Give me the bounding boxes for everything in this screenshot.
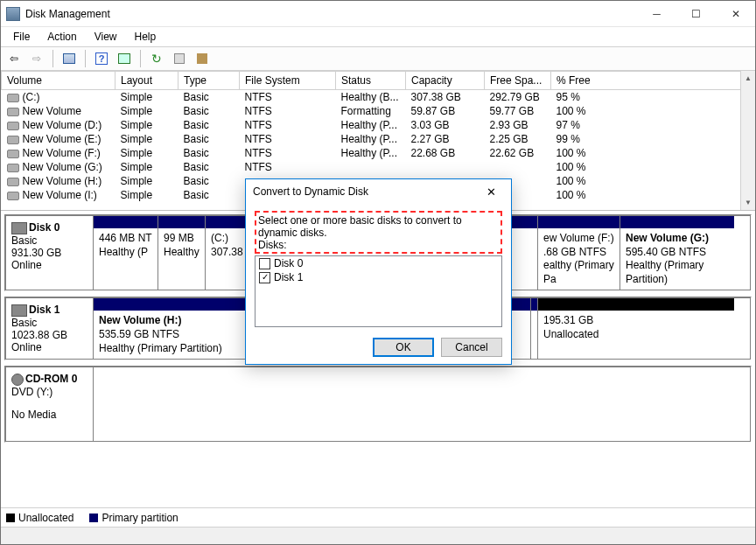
disk-label: Disk 0 <box>29 221 60 234</box>
checkbox[interactable]: ✓ <box>259 272 270 283</box>
close-button[interactable]: ✕ <box>716 1 755 26</box>
disk-check-label: Disk 0 <box>274 257 303 269</box>
volume-row[interactable]: New Volume (G:)SimpleBasicNTFS100 % <box>2 160 755 174</box>
legend: Unallocated Primary partition <box>1 507 755 527</box>
volume-row[interactable]: New Volume (D:)SimpleBasicNTFSHealthy (P… <box>2 118 755 132</box>
volume-icon <box>7 94 19 102</box>
dialog-list-label: Disks: <box>258 239 499 251</box>
volume-row[interactable]: (C:)SimpleBasicNTFSHealthy (B...307.38 G… <box>2 90 755 105</box>
dialog-title: Convert to Dynamic Disk <box>253 185 478 198</box>
disk-icon <box>11 222 27 234</box>
col-free[interactable]: Free Spa... <box>485 72 551 90</box>
volume-icon <box>7 192 19 200</box>
help-icon[interactable]: ? <box>92 49 111 68</box>
partition[interactable]: 99 MBHealthy <box>158 216 206 290</box>
volume-icon <box>7 108 19 116</box>
col-capacity[interactable]: Capacity <box>406 72 485 90</box>
maximize-button[interactable]: ☐ <box>676 1 716 26</box>
volume-icon <box>7 164 19 172</box>
disk-row[interactable]: CD-ROM 0 DVD (Y:) No Media <box>4 366 752 443</box>
volume-icon <box>7 122 19 130</box>
app-icon <box>6 7 20 21</box>
legend-primary-swatch <box>89 514 98 522</box>
disk-info: Disk 0 Basic 931.30 GB Online <box>6 216 94 290</box>
disk-checklist[interactable]: Disk 0✓Disk 1 <box>255 255 502 327</box>
disk-management-window: Disk Management ─ ☐ ✕ File Action View H… <box>0 0 756 545</box>
minimize-button[interactable]: ─ <box>637 1 676 26</box>
volume-row[interactable]: New VolumeSimpleBasicNTFSFormatting59.87… <box>2 104 755 118</box>
col-status[interactable]: Status <box>336 72 406 90</box>
disk-info: CD-ROM 0 DVD (Y:) No Media <box>6 367 94 441</box>
refresh-icon[interactable]: ↻ <box>147 49 166 68</box>
convert-dialog: Convert to Dynamic Disk ✕ Select one or … <box>245 178 512 365</box>
volume-row[interactable]: New Volume (E:)SimpleBasicNTFSHealthy (P… <box>2 132 755 146</box>
menubar: File Action View Help <box>1 27 755 46</box>
dialog-instruction: Select one or more basic disks to conver… <box>258 214 499 239</box>
partition[interactable]: 446 MB NTHealthy (P <box>94 216 158 290</box>
partition[interactable]: ew Volume (F:).68 GB NTFSealthy (Primary… <box>538 216 620 290</box>
tool-panel-icon[interactable] <box>115 49 134 68</box>
volume-icon <box>7 178 19 186</box>
partition[interactable]: New Volume (G:)595.40 GB NTFSHealthy (Pr… <box>620 216 734 290</box>
col-fs[interactable]: File System <box>240 72 336 90</box>
partition[interactable]: 195.31 GBUnallocated <box>538 298 734 359</box>
back-button[interactable]: ⇦ <box>4 49 24 68</box>
menu-action[interactable]: Action <box>40 29 83 45</box>
col-layout[interactable]: Layout <box>116 72 178 90</box>
menu-view[interactable]: View <box>88 29 124 45</box>
disk-check-item[interactable]: ✓Disk 1 <box>256 270 501 284</box>
checkbox[interactable] <box>259 258 270 269</box>
titlebar: Disk Management ─ ☐ ✕ <box>1 1 755 27</box>
partition[interactable] <box>531 298 538 359</box>
col-type[interactable]: Type <box>178 72 240 90</box>
scroll-down-icon[interactable]: ▼ <box>741 195 755 210</box>
scroll-up-icon[interactable]: ▲ <box>741 71 755 86</box>
menu-help[interactable]: Help <box>128 29 164 45</box>
col-volume[interactable]: Volume <box>2 72 116 90</box>
tool-view-icon[interactable] <box>60 49 79 68</box>
dialog-instruction-highlight: Select one or more basic disks to conver… <box>255 211 502 254</box>
disk-icon <box>11 304 27 317</box>
settings-icon[interactable] <box>192 49 212 68</box>
disk-label: Disk 1 <box>29 304 60 316</box>
volume-icon <box>7 136 19 144</box>
scrollbar[interactable]: ▲ ▼ <box>740 71 755 210</box>
disk-label: CD-ROM 0 <box>25 373 77 385</box>
statusbar <box>1 527 755 544</box>
forward-button[interactable]: ⇨ <box>27 49 46 68</box>
col-pct[interactable]: % Free <box>551 72 755 90</box>
disk-check-item[interactable]: Disk 0 <box>256 256 501 270</box>
toolbar: ⇦ ⇨ ? ↻ <box>1 46 755 71</box>
dialog-close-button[interactable]: ✕ <box>478 181 504 202</box>
legend-unalloc-swatch <box>6 514 15 522</box>
ok-button[interactable]: OK <box>373 338 434 357</box>
cancel-button[interactable]: Cancel <box>441 338 502 357</box>
disk-info: Disk 1 Basic 1023.88 GB Online <box>6 298 94 359</box>
rescan-icon[interactable] <box>170 49 189 68</box>
window-title: Disk Management <box>25 8 637 20</box>
volume-icon <box>7 150 19 158</box>
disk-check-label: Disk 1 <box>274 271 303 283</box>
volume-row[interactable]: New Volume (F:)SimpleBasicNTFSHealthy (P… <box>2 146 755 160</box>
partition[interactable]: (C:)307.38 <box>206 216 249 290</box>
cdrom-icon <box>11 374 24 386</box>
menu-file[interactable]: File <box>6 29 37 45</box>
